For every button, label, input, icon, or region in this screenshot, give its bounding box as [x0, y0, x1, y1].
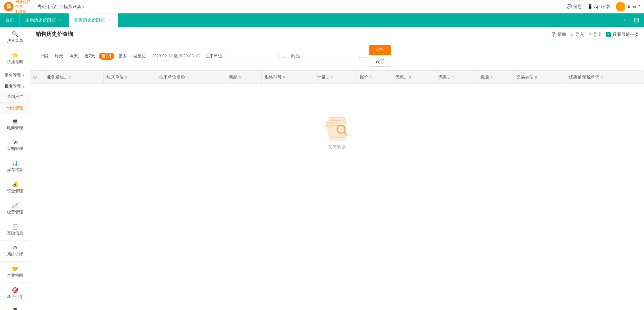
- counterpart-dots[interactable]: ...: [281, 53, 286, 59]
- sidebar-item-inventory[interactable]: 📊 库存核算: [0, 156, 30, 177]
- sidebar-item-finance[interactable]: 💰 资金管理: [0, 177, 30, 198]
- svg-rect-8: [326, 120, 332, 128]
- sidebar-quicknav-label: 快捷导航: [7, 59, 23, 65]
- settings-button[interactable]: 设置: [369, 57, 391, 67]
- chevron-up-icon: ▲: [22, 85, 25, 88]
- collab-icon: 🤝: [12, 266, 18, 272]
- col-biz-date[interactable]: 业务发生... ⇅: [44, 71, 103, 84]
- sidebar-item-quick-nav[interactable]: ⭐ 快捷导航: [0, 48, 30, 69]
- empty-row: 暂无数据: [30, 84, 644, 177]
- content-area: 销售历史价查询 ❓ 帮助 ↙ 导入 ↗ 导出 ✓: [30, 27, 644, 310]
- guide-label: 新手引导: [7, 294, 23, 300]
- sidebar-item-purchase[interactable]: 🛍 采购管理: [0, 135, 30, 156]
- col-counterpart-code[interactable]: 往来单位 ⇅: [103, 71, 156, 84]
- svg-point-1: [327, 137, 347, 141]
- sidebar-item-ecommerce[interactable]: 💻 电商管理: [0, 114, 30, 135]
- counterpart-filter-group: 往来单位 ...: [205, 52, 286, 60]
- table-header: ⚙ 业务发生... ⇅ 往来单位 ⇅: [30, 71, 644, 84]
- header-row: ⚙ 业务发生... ⇅ 往来单位 ⇅: [30, 71, 644, 84]
- close-sales-tab[interactable]: ×: [107, 17, 112, 23]
- phone-icon: 📱: [587, 4, 593, 9]
- help-button[interactable]: ❓ 帮助: [551, 32, 566, 38]
- minimize-button[interactable]: ×: [620, 15, 629, 25]
- app-download-button[interactable]: 📱 App下载: [587, 4, 610, 10]
- col-qty[interactable]: 数量 ⇅: [478, 71, 513, 84]
- sort-icon-pre-discount: ⇅: [600, 75, 603, 79]
- col-spec[interactable]: 规格型号 ⇅: [261, 71, 314, 84]
- col-discount-pct[interactable]: 优惠... ⇅: [392, 71, 435, 84]
- filter-area: 日期 昨天 今天 近7天 近1月 更多 自定义 2023-02-18 至 202…: [36, 42, 639, 70]
- col-discount-amt[interactable]: 优惠... ⇅: [435, 71, 478, 84]
- col-product[interactable]: 商品 ⇅: [226, 71, 261, 84]
- tab-home-label: 首页: [5, 17, 14, 23]
- date-filter-group: 日期 昨天 今天 近7天 近1月 更多 自定义 2023-02-18 至 202…: [41, 53, 200, 60]
- sidebar-item-wholesale-mgmt[interactable]: 批发管理 ▲: [0, 80, 30, 91]
- sidebar-item-enterprise-collab[interactable]: 🤝 企业协同: [0, 262, 30, 283]
- only-last-checkbox[interactable]: ✓ 只看最后一次: [606, 32, 639, 38]
- page-actions: ❓ 帮助 ↙ 导入 ↗ 导出 ✓ 只看最后一次: [551, 32, 639, 38]
- date-option-last1month[interactable]: 近1月: [99, 53, 115, 60]
- empty-text: 暂无数据: [328, 144, 346, 150]
- query-button[interactable]: 查询: [369, 45, 391, 55]
- date-options: 昨天 今天 近7天 近1月 更多 自定义: [52, 53, 148, 60]
- close-purchase-tab[interactable]: ×: [58, 17, 63, 23]
- svg-rect-3: [330, 120, 340, 121]
- tab-purchase-history[interactable]: 采购历史价跟踪 ×: [20, 13, 69, 27]
- tab-bar: 首页 采购历史价跟踪 × 销售历史价跟踪 × ×: [0, 13, 644, 27]
- import-button[interactable]: ↙ 导入: [570, 32, 584, 38]
- user-menu[interactable]: d demo2: [616, 2, 640, 11]
- settings-th-icon: ⚙: [33, 74, 37, 80]
- expand-button[interactable]: [632, 15, 641, 25]
- page-title: 销售历史价查询: [36, 31, 73, 38]
- table-body: 暂无数据: [30, 84, 644, 177]
- product-filter-group: 商品 ...: [291, 52, 363, 60]
- sort-icon-discount-amt: ⇅: [451, 75, 454, 79]
- sidebar: 🔍 搜索菜单 ⭐ 快捷导航 零售管理 ▼ 批发管理 ▲ 营销推广 销售管理 💻 …: [0, 27, 30, 310]
- basic-info-icon: 📋: [12, 223, 18, 230]
- date-option-yesterday[interactable]: 昨天: [52, 53, 66, 60]
- sidebar-item-new-guide[interactable]: 🎯 新手引导: [0, 283, 30, 304]
- retail-label: 零售管理: [5, 72, 21, 78]
- product-input[interactable]: [303, 52, 356, 60]
- date-option-today[interactable]: 今天: [67, 53, 80, 60]
- tab-sales-label: 销售历史价跟踪: [74, 17, 105, 23]
- tab-home[interactable]: 首页: [0, 13, 20, 27]
- sort-icon-biz-date: ⇅: [68, 75, 71, 79]
- product-dots[interactable]: ...: [359, 53, 363, 59]
- sidebar-item-system[interactable]: ⚙ 系统管理: [0, 241, 30, 262]
- message-button[interactable]: 💬 消息: [567, 4, 582, 10]
- sidebar-item-retail-mgmt[interactable]: 零售管理 ▼: [0, 69, 30, 80]
- industry-name: 办公用品行业模拟账套: [38, 4, 81, 10]
- action-buttons: 查询 设置: [369, 45, 391, 67]
- data-table: ⚙ 业务发生... ⇅ 往来单位 ⇅: [30, 71, 644, 177]
- col-trade-type[interactable]: 交易类型 ⇅: [513, 71, 566, 84]
- export-button[interactable]: ↗ 导出: [588, 32, 602, 38]
- col-settings[interactable]: ⚙: [30, 71, 44, 84]
- counterpart-input[interactable]: [225, 52, 279, 60]
- date-option-last7[interactable]: 近7天: [82, 53, 98, 60]
- sidebar-item-sales-mgmt[interactable]: 销售管理: [0, 103, 30, 114]
- date-option-more[interactable]: 更多: [116, 53, 129, 60]
- date-option-custom[interactable]: 自定义: [130, 53, 148, 60]
- sidebar-item-search-menu[interactable]: 🔍 搜索菜单: [0, 27, 30, 48]
- col-counterpart-name[interactable]: 往来单位名称 ⇅: [156, 71, 226, 84]
- sidebar-item-app-center[interactable]: 📱 应用中心: [0, 304, 30, 310]
- product-label: 商品: [291, 53, 300, 59]
- sidebar-item-basic-info[interactable]: 📋 基础信息: [0, 219, 30, 241]
- wholesale-label: 批发管理: [5, 84, 21, 89]
- col-pre-discount-price[interactable]: 优惠前无税单价 ⇅: [566, 71, 644, 84]
- col-unit[interactable]: 计量... ⇅: [314, 71, 357, 84]
- main-layout: 🔍 搜索菜单 ⭐ 快捷导航 零售管理 ▼ 批发管理 ▲ 营销推广 销售管理 💻 …: [0, 27, 644, 310]
- sales-label: 销售管理: [7, 106, 23, 110]
- empty-cell: 暂无数据: [30, 84, 644, 177]
- industry-selector[interactable]: 办公用品行业模拟账套 ▾: [35, 2, 88, 11]
- sidebar-item-operations[interactable]: 📈 经营管理: [0, 198, 30, 219]
- export-icon: ↗: [588, 32, 592, 37]
- sort-icon-trade-type: ⇅: [535, 75, 537, 79]
- inventory-icon: 📊: [12, 160, 18, 166]
- top-bar-right: 💬 消息 📱 App下载 d demo2: [567, 2, 640, 11]
- sidebar-item-marketing-promo[interactable]: 营销推广: [0, 91, 30, 103]
- col-quote[interactable]: 报价 ⇅: [357, 71, 392, 84]
- tab-sales-history[interactable]: 销售历史价跟踪 ×: [69, 13, 118, 27]
- inventory-label: 库存核算: [7, 167, 23, 173]
